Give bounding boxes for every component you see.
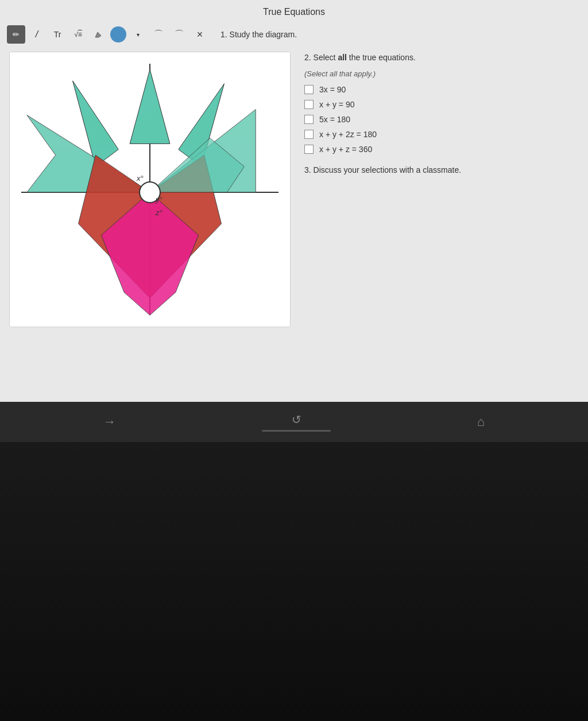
svg-text:z°: z° [155, 208, 163, 217]
equation-label-4: x + y + 2z = 180 [319, 130, 377, 139]
right-panel: 2. Select all the true equations. (Selec… [300, 52, 579, 398]
equation-item-5: x + y + z = 360 [304, 145, 574, 154]
undo-button[interactable]: ⌒ [149, 25, 168, 44]
color-dropdown-button[interactable]: ▾ [129, 25, 147, 44]
equation-checkbox-5[interactable] [304, 145, 314, 154]
eraser-tool-button[interactable] [90, 25, 108, 44]
equation-checkbox-4[interactable] [304, 130, 314, 139]
line-tool-button[interactable]: / [28, 25, 46, 44]
equation-label-2: x + y = 90 [319, 100, 354, 109]
equation-label-5: x + y + z = 360 [319, 145, 372, 154]
redo-button[interactable]: ⌒ [170, 25, 188, 44]
equation-list: 3x = 90 x + y = 90 5x = 180 x + y + 2z =… [304, 85, 574, 154]
step1-text: 1. Study the diagram. [220, 30, 297, 39]
sqrt-tool-button[interactable]: √≡ [69, 25, 87, 44]
content-area: x° y° z° 2. Select all the true equation… [0, 47, 588, 403]
select-all-text: (Select all that apply.) [304, 69, 574, 78]
nav-center: ↺ [262, 413, 331, 432]
svg-text:y°: y° [155, 195, 163, 204]
page-title: True Equations [0, 0, 588, 22]
bottom-nav: → ↺ ⌂ [0, 402, 588, 442]
toolbar: ✏ / Tr √≡ ▾ ⌒ ⌒ × 1. Study the diagram. [0, 22, 588, 47]
refresh-icon: ↺ [292, 413, 301, 427]
equation-item-2: x + y = 90 [304, 100, 574, 109]
home-icon: ⌂ [477, 414, 485, 429]
diagram-panel: x° y° z° [9, 52, 291, 327]
equation-item-4: x + y + 2z = 180 [304, 130, 574, 139]
step2-prefix: 2. Select [304, 53, 338, 62]
step3-text: 3. Discuss your selections with a classm… [304, 165, 574, 175]
nav-forward-button[interactable]: → [103, 414, 116, 429]
nav-refresh-button[interactable]: ↺ [292, 413, 301, 427]
dark-background-area [0, 442, 588, 721]
close-button[interactable]: × [191, 25, 209, 44]
step2-question: 2. Select all the true equations. [304, 52, 574, 64]
equation-checkbox-1[interactable] [304, 85, 314, 94]
step2-suffix: the true equations. [347, 53, 416, 62]
svg-text:x°: x° [136, 174, 144, 183]
pencil-tool-button[interactable]: ✏ [7, 25, 25, 44]
equation-label-3: 5x = 180 [319, 115, 350, 124]
text-tool-button[interactable]: Tr [48, 25, 67, 44]
color-picker-button[interactable] [110, 26, 126, 42]
equation-checkbox-2[interactable] [304, 100, 314, 109]
nav-indicator-bar [262, 430, 331, 432]
equation-checkbox-3[interactable] [304, 115, 314, 124]
equation-label-1: 3x = 90 [319, 85, 346, 94]
step2-bold: all [338, 53, 347, 62]
arrow-right-icon: → [103, 414, 116, 429]
equation-item-1: 3x = 90 [304, 85, 574, 94]
equation-item-3: 5x = 180 [304, 115, 574, 124]
nav-home-button[interactable]: ⌂ [477, 414, 485, 429]
